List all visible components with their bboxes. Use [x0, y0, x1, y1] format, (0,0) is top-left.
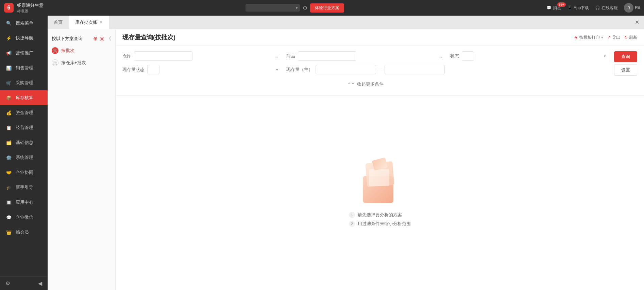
main-layout: 🔍 搜索菜单 ⚡ 快捷导航 📢 营销推广 📊 销售管理 🛒 采购管理 📦 库存核…: [0, 16, 644, 290]
inventory-status-select[interactable]: [147, 65, 159, 74]
page-title: 现存量查询(按批次): [122, 33, 175, 41]
left-panel-header: 按以下方案查询 ⊕ ◎ 《: [48, 33, 115, 44]
basics-icon: 🗂️: [5, 139, 12, 146]
product-dots-icon[interactable]: ...: [439, 54, 442, 58]
panel-item-batch[interactable]: 批 按批次: [48, 44, 115, 57]
online-service-btn[interactable]: 🎧 在线客服: [595, 5, 618, 11]
purchase-icon: 🛒: [5, 79, 12, 86]
collapse-panel-icon[interactable]: 《: [106, 36, 111, 42]
headset-icon: 🎧: [595, 5, 600, 10]
messages-badge: 99+: [557, 2, 566, 7]
scheme-settings-icon[interactable]: ◎: [100, 35, 104, 42]
settings-gear-icon[interactable]: ⚙: [303, 5, 307, 11]
hint-1-text: 请先选择要分析的方案: [358, 212, 402, 218]
sidebar-item-sales[interactable]: 📊 销售管理: [0, 60, 48, 75]
panel-item-warehouse-batch[interactable]: 批 按仓库+批次: [48, 57, 115, 69]
warehouse-dots-icon[interactable]: ...: [275, 54, 278, 58]
right-panel: 现存量查询(按批次) 🖨 按模板打印 ▾ ↗ 导出 ↻: [116, 29, 644, 290]
tab-bar-close-btn[interactable]: ✕: [630, 19, 644, 25]
sidebar-label-sales: 销售管理: [16, 65, 33, 71]
sidebar-item-quick-nav[interactable]: ⚡ 快捷导航: [0, 31, 48, 46]
print-template-btn[interactable]: 🖨 按模板打印 ▾: [574, 35, 603, 40]
app-version: 标准版: [17, 8, 44, 14]
tab-home[interactable]: 首页: [48, 16, 69, 29]
inventory-icon: 📦: [5, 94, 12, 101]
left-panel-title: 按以下方案查询: [52, 36, 83, 42]
settings-btn[interactable]: 设置: [614, 64, 637, 76]
inventory-status-wrap: ▾: [147, 65, 281, 74]
filter-group-inventory-status: 现存量状态 ▾: [122, 65, 281, 74]
filter-row-2: 现存量状态 ▾ 现存量（主）: [122, 65, 609, 74]
messages-btn[interactable]: 💬 消息 99+: [546, 5, 561, 11]
refresh-label: 刷新: [629, 35, 637, 40]
batch-icon: 批: [52, 47, 58, 54]
sidebar-item-wechat[interactable]: 💬 企业微信: [0, 210, 48, 225]
refresh-btn[interactable]: ↻ 刷新: [624, 35, 637, 40]
tab-inventory-batch[interactable]: 库存批次账 ✕: [69, 16, 109, 29]
warehouse-input-wrap: ...: [134, 51, 281, 61]
sidebar-item-operations[interactable]: 📋 经营管理: [0, 120, 48, 135]
topbar-center: ▾ ⚙ 体验行业方案: [245, 3, 344, 13]
marketing-icon: 📢: [5, 50, 12, 56]
filter-row-1: 仓库 ... 商品: [122, 51, 609, 61]
add-scheme-icon[interactable]: ⊕: [93, 35, 98, 42]
inventory-main-to[interactable]: [385, 65, 445, 74]
sidebar-label-finance: 资金管理: [16, 110, 33, 116]
product-label: 商品: [286, 53, 295, 59]
product-input[interactable]: [298, 51, 356, 61]
page-content: 按以下方案查询 ⊕ ◎ 《 批 按批次 批 按仓库+批次: [48, 29, 644, 290]
sidebar-item-inventory[interactable]: 📦 库存核算: [0, 90, 48, 105]
query-btn[interactable]: 查询: [614, 51, 637, 62]
inventory-main-dash: —: [378, 67, 383, 72]
tab-bar: 首页 库存批次账 ✕ ✕: [48, 16, 644, 29]
top-search-input[interactable]: [245, 4, 300, 12]
sidebar: 🔍 搜索菜单 ⚡ 快捷导航 📢 营销推广 📊 销售管理 🛒 采购管理 📦 库存核…: [0, 16, 48, 290]
hint-1-num: 1: [349, 212, 355, 218]
sales-icon: 📊: [5, 65, 12, 71]
guide-icon: 🎓: [5, 184, 12, 191]
sidebar-item-purchase[interactable]: 🛒 采购管理: [0, 75, 48, 90]
experience-btn[interactable]: 体验行业方案: [310, 3, 344, 13]
user-avatar-btn[interactable]: R Rit: [624, 3, 640, 13]
filter-group-inventory-main: 现存量（主） —: [286, 65, 445, 74]
quick-nav-icon: ⚡: [5, 35, 12, 41]
sidebar-item-enterprise[interactable]: 🤝 企业协同: [0, 165, 48, 180]
panel-item-batch-label: 按批次: [61, 48, 74, 54]
sidebar-item-basics[interactable]: 🗂️ 基础信息: [0, 135, 48, 150]
status-chevron-icon: ▾: [604, 54, 606, 58]
collapse-more-btn[interactable]: ⌃⌃ 收起更多条件: [122, 78, 609, 90]
sidebar-item-marketing[interactable]: 📢 营销推广: [0, 46, 48, 60]
topbar-left: 6 畅康通好生意 标准版: [4, 2, 44, 14]
sidebar-label-enterprise: 企业协同: [16, 169, 33, 176]
status-select[interactable]: [462, 51, 474, 61]
sidebar-label-operations: 经营管理: [16, 125, 33, 131]
sidebar-label-search-menu: 搜索菜单: [16, 20, 33, 26]
sidebar-item-apps[interactable]: 🔲 应用中心: [0, 195, 48, 210]
system-icon: ⚙️: [5, 154, 12, 161]
sidebar-item-search-menu[interactable]: 🔍 搜索菜单: [0, 16, 48, 31]
page-header-actions: 🖨 按模板打印 ▾ ↗ 导出 ↻ 刷新: [574, 35, 637, 40]
refresh-icon: ↻: [624, 35, 628, 40]
tab-close-icon[interactable]: ✕: [99, 20, 103, 25]
app-download-btn[interactable]: 📱 App下载: [567, 5, 589, 11]
tab-home-label: 首页: [54, 19, 63, 25]
warehouse-input[interactable]: [134, 51, 192, 61]
user-initial: R: [627, 6, 630, 10]
company-info: 畅康通好生意 标准版: [17, 2, 44, 14]
inventory-status-label: 现存量状态: [122, 67, 145, 73]
sidebar-item-finance[interactable]: 💰 资金管理: [0, 105, 48, 120]
filter-group-product: 商品 ...: [286, 51, 445, 61]
export-label: 导出: [612, 35, 620, 40]
filter-group-warehouse: 仓库 ...: [122, 51, 281, 61]
product-input-wrap: ...: [298, 51, 445, 61]
sidebar-label-member: 畅会员: [16, 229, 29, 235]
sidebar-settings-icon[interactable]: ⚙: [5, 280, 10, 287]
export-btn[interactable]: ↗ 导出: [607, 35, 620, 40]
sidebar-item-system[interactable]: ⚙️ 系统管理: [0, 150, 48, 165]
wechat-icon: 💬: [5, 214, 12, 221]
sidebar-item-member[interactable]: 👑 畅会员: [0, 225, 48, 240]
sidebar-item-guide[interactable]: 🎓 新手引导: [0, 180, 48, 195]
export-icon: ↗: [607, 35, 611, 40]
inventory-main-from[interactable]: [316, 65, 376, 74]
sidebar-collapse-icon[interactable]: ◀: [38, 280, 42, 287]
